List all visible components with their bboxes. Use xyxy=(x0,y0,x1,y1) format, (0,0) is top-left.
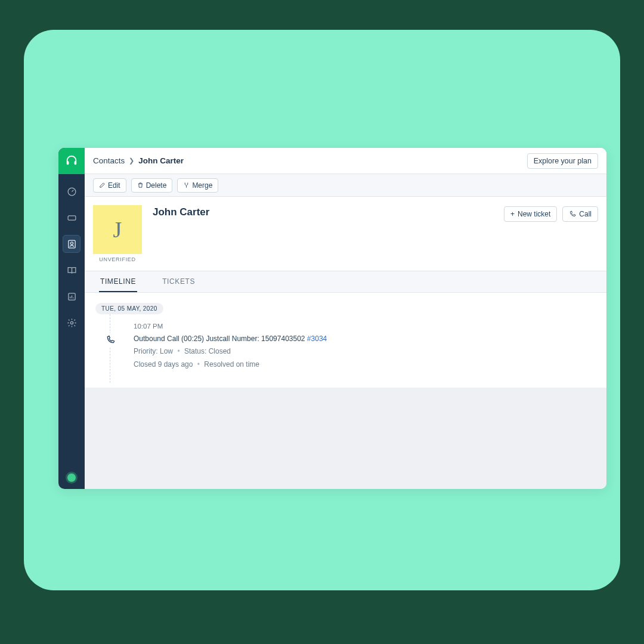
entry-icon-wrap xyxy=(99,320,122,346)
delete-label: Delete xyxy=(146,181,167,190)
headset-icon xyxy=(65,154,78,168)
pencil-icon xyxy=(99,182,106,188)
status-value: Closed xyxy=(209,347,231,355)
explore-plan-button[interactable]: Explore your plan xyxy=(527,153,598,169)
actionbar: Edit Delete Merge xyxy=(85,174,606,197)
breadcrumb-current: John Carter xyxy=(138,156,184,165)
sidebar-nav xyxy=(63,174,80,473)
timeline-date: TUE, 05 MAY, 2020 xyxy=(95,303,163,314)
background-card: Contacts ❯ John Carter Explore your plan… xyxy=(24,30,620,590)
edit-label: Edit xyxy=(108,181,120,190)
verification-badge: UNVERIFIED xyxy=(99,256,136,262)
sidebar-item-reports[interactable] xyxy=(63,287,80,305)
entry-time: 10:07 PM xyxy=(134,320,327,333)
sidebar-item-settings[interactable] xyxy=(63,314,80,332)
svg-rect-4 xyxy=(68,240,75,248)
phone-icon xyxy=(106,335,115,345)
call-label: Call xyxy=(579,210,592,218)
phone-icon xyxy=(569,210,576,218)
sidebar-item-knowledge[interactable] xyxy=(63,261,80,279)
chart-icon xyxy=(67,292,77,302)
app-window: Contacts ❯ John Carter Explore your plan… xyxy=(58,148,606,489)
contact-icon xyxy=(67,239,77,249)
edit-button[interactable]: Edit xyxy=(93,178,126,193)
status-label: Status: xyxy=(184,347,206,355)
resolution: Resolved on time xyxy=(204,360,259,369)
breadcrumb-root[interactable]: Contacts xyxy=(93,156,125,165)
trash-icon xyxy=(137,182,144,188)
status-indicator-icon[interactable] xyxy=(67,473,76,482)
brand-logo[interactable] xyxy=(58,148,85,174)
main-content: Contacts ❯ John Carter Explore your plan… xyxy=(85,148,606,489)
sidebar-item-contacts[interactable] xyxy=(63,235,80,253)
breadcrumb: Contacts ❯ John Carter xyxy=(93,156,184,165)
merge-label: Merge xyxy=(192,181,212,190)
tab-bar: TIMELINE TICKETS xyxy=(85,271,606,293)
entry-ticket-ref[interactable]: #3034 xyxy=(307,335,327,343)
chevron-right-icon: ❯ xyxy=(129,157,134,165)
priority-value: Low xyxy=(160,347,173,355)
contact-name: John Carter xyxy=(153,205,209,218)
svg-rect-1 xyxy=(75,161,77,165)
contact-actions: + New ticket Call xyxy=(504,205,598,222)
delete-button[interactable]: Delete xyxy=(131,178,173,193)
book-icon xyxy=(67,265,77,275)
call-button[interactable]: Call xyxy=(562,206,598,222)
gear-icon xyxy=(67,318,77,328)
avatar-block: J UNVERIFIED xyxy=(93,205,142,262)
merge-button[interactable]: Merge xyxy=(177,178,218,193)
plus-icon: + xyxy=(510,210,515,218)
closed-ago: Closed 9 days ago xyxy=(134,360,193,369)
svg-rect-3 xyxy=(68,215,76,219)
svg-point-7 xyxy=(70,321,73,324)
timeline-panel: TUE, 05 MAY, 2020 10:07 PM Outbound Call… xyxy=(85,293,606,388)
avatar: J xyxy=(93,205,142,254)
sidebar-status xyxy=(67,473,76,489)
entry-title-row: Outbound Call (00:25) Justcall Number: 1… xyxy=(134,333,327,346)
svg-point-5 xyxy=(70,242,73,244)
contact-header: J UNVERIFIED John Carter + New ticket Ca… xyxy=(85,197,606,271)
topbar: Contacts ❯ John Carter Explore your plan xyxy=(85,148,606,174)
merge-icon xyxy=(183,182,190,188)
timeline-entry: 10:07 PM Outbound Call (00:25) Justcall … xyxy=(99,320,592,371)
tab-timeline[interactable]: TIMELINE xyxy=(99,271,137,292)
entry-title: Outbound Call (00:25) Justcall Number: 1… xyxy=(134,335,305,343)
sidebar xyxy=(58,148,85,489)
sidebar-item-tickets[interactable] xyxy=(63,209,80,227)
new-ticket-label: New ticket xyxy=(518,210,550,218)
gauge-icon xyxy=(67,187,77,197)
tab-tickets[interactable]: TICKETS xyxy=(161,271,196,292)
entry-meta-1: Priority: Low • Status: Closed xyxy=(134,345,327,358)
entry-body: 10:07 PM Outbound Call (00:25) Justcall … xyxy=(122,320,327,371)
sidebar-item-dashboard[interactable] xyxy=(63,182,80,200)
ticket-icon xyxy=(67,213,77,223)
svg-rect-0 xyxy=(67,161,69,165)
entry-meta-2: Closed 9 days ago • Resolved on time xyxy=(134,358,327,371)
new-ticket-button[interactable]: + New ticket xyxy=(504,206,557,222)
priority-label: Priority: xyxy=(134,347,158,355)
